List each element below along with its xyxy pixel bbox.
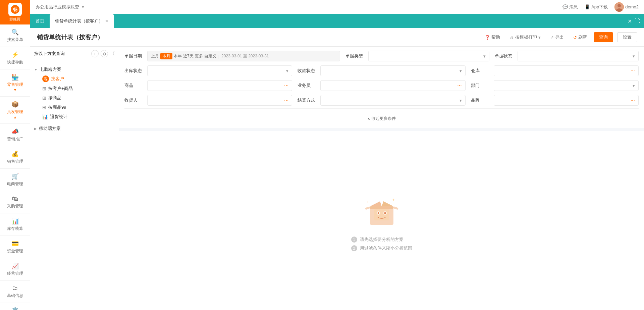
message-btn[interactable]: 💬 消息: [562, 4, 578, 10]
sidebar-item-purchase[interactable]: 🛍 采购管理: [0, 191, 30, 213]
staff-field[interactable]: ···: [320, 80, 465, 91]
filter-receiver: 收货人 ···: [124, 95, 292, 106]
tab-maximize-icon[interactable]: ⛶: [635, 18, 640, 24]
goods-field[interactable]: ···: [147, 80, 292, 91]
refresh-btn[interactable]: ↺ 刷新: [571, 33, 590, 42]
receiver-dots[interactable]: ···: [284, 97, 288, 103]
filter-dept: 部门 ▾: [471, 80, 639, 91]
date-shortcut-last-month[interactable]: 上月: [151, 53, 159, 59]
filter-warehouse: 仓库 ···: [471, 65, 639, 76]
sidebar-item-inventory[interactable]: 📊 库存核算: [0, 213, 30, 236]
sidebar-item-retail[interactable]: 🏪 零售管理 ▾: [0, 69, 30, 97]
tab-close-icon[interactable]: ✕: [105, 19, 108, 23]
filter-row-1: 单据日期 上月 本月 本年 近7天 更多 自定义 | 2023-03-01 至 …: [124, 51, 639, 61]
help-icon: ❓: [485, 35, 490, 40]
sidebar-item-basic[interactable]: 🗂 基础信息: [0, 281, 30, 303]
warehouse-field[interactable]: ···: [494, 65, 639, 76]
warehouse-dots[interactable]: ···: [631, 68, 635, 74]
svg-text:畅: 畅: [13, 7, 17, 12]
app-download-btn[interactable]: 📱 App下载: [585, 4, 608, 10]
tree-item-by-customer-goods[interactable]: ⊞ 按客户+商品: [38, 84, 119, 93]
tree-item-return-stat[interactable]: 📊 退货统计: [38, 112, 119, 121]
settings-button[interactable]: 设置: [617, 32, 637, 42]
date-shortcut-this-month[interactable]: 本月: [160, 53, 172, 59]
warehouse-label: 仓库: [471, 68, 491, 74]
basic-icon: 🗂: [12, 285, 18, 292]
retail-icon: 🏪: [11, 73, 19, 81]
help-btn[interactable]: ❓ 帮助: [482, 33, 503, 42]
scheme-edit-btn[interactable]: ⊙: [101, 50, 108, 57]
sidebar-item-system[interactable]: ⚙️ 系统管理: [0, 303, 30, 310]
tree-item-by-customer-label: 按客户: [51, 76, 64, 82]
sidebar-item-search[interactable]: 🔍 搜索菜单: [0, 24, 30, 47]
filter-goods: 商品 ···: [124, 80, 292, 91]
export-btn[interactable]: ↗ 导出: [547, 33, 567, 42]
filter-payment: 结算方式 ▾: [298, 95, 465, 106]
svg-rect-14: [365, 206, 370, 210]
date-divider: |: [218, 54, 219, 59]
sidebar-item-sales[interactable]: 💰 销售管理: [0, 146, 30, 169]
top-nav-right: 💬 消息 📱 App下载 demo2: [562, 2, 639, 12]
doc-status-field[interactable]: ▾: [518, 51, 639, 61]
retail-arrow: ▾: [14, 88, 16, 92]
sidebar-item-quick-nav[interactable]: ⚡ 快捷导航: [0, 47, 30, 69]
staff-dots[interactable]: ···: [457, 83, 462, 89]
tree-item-by-goods-99[interactable]: ⊞ 按商品99: [38, 103, 119, 112]
sidebar-item-operation[interactable]: 📈 经营管理: [0, 258, 30, 281]
date-shortcut-this-year[interactable]: 本年: [174, 53, 182, 59]
tree-group-desktop-header[interactable]: ▼ 电脑端方案: [30, 65, 119, 74]
page-title: 销货单统计表（按客户）: [37, 33, 103, 41]
date-shortcut-custom[interactable]: 自定义: [204, 53, 216, 59]
marketing-icon: 📣: [11, 128, 19, 135]
user-area[interactable]: demo2: [614, 2, 639, 12]
date-shortcut-more[interactable]: 更多: [195, 53, 203, 59]
main-area: 办公用品行业模拟账套 ▾ 💬 消息 📱 App下载 de: [30, 0, 644, 310]
page-header: 销货单统计表（按客户） ❓ 帮助 🖨 按模板打印 ▾ ↗ 导出 ↺ 刷新: [30, 28, 644, 47]
search-icon: 🔍: [11, 29, 19, 36]
empty-tips: 1 请先选择要分析的方案 2 用过滤条件来缩小分析范围: [351, 237, 412, 251]
query-button[interactable]: 查询: [594, 32, 613, 42]
sidebar-item-finance[interactable]: 💳 资金管理: [0, 236, 30, 258]
svg-rect-9: [374, 209, 389, 220]
collapse-more-btn[interactable]: ∧ 收起更多条件: [124, 113, 639, 124]
payment-field[interactable]: ▾: [320, 95, 465, 106]
brand-dots[interactable]: ···: [631, 97, 635, 103]
tab-close-window-icon[interactable]: ✕: [628, 18, 632, 24]
doc-type-field[interactable]: ▾: [368, 51, 489, 61]
mobile-group-arrow: ▶: [34, 127, 37, 131]
receiver-field[interactable]: ···: [147, 95, 292, 106]
goods-dots[interactable]: ···: [284, 83, 288, 89]
tree-group-mobile-header[interactable]: ▶ 移动端方案: [30, 124, 119, 133]
dept-arrow: ▾: [633, 83, 635, 88]
print-btn[interactable]: 🖨 按模板打印 ▾: [507, 33, 543, 42]
out-status-field[interactable]: ▾: [147, 65, 292, 76]
by-customer-icon: 客: [42, 75, 49, 82]
logo-button[interactable]: 畅 标账页: [0, 0, 30, 24]
breadcrumb: 办公用品行业模拟账套: [36, 4, 79, 10]
tab-sales-stat-label: 销货单统计表（按客户）: [55, 18, 103, 24]
sidebar-item-marketing-label: 营销推广: [7, 136, 23, 142]
message-label: 消息: [569, 4, 578, 10]
tree-item-by-customer[interactable]: 客 按客户: [38, 74, 119, 84]
scheme-collapse-btn[interactable]: 《: [110, 51, 115, 57]
doc-status-arrow: ▾: [633, 54, 635, 59]
receipt-status-label: 收款状态: [298, 68, 318, 74]
tab-home[interactable]: 首页: [30, 14, 50, 28]
empty-state: ✦ ✦ 1 请先选择要分析的方案 2 用过滤条件来缩小分析范围: [119, 131, 644, 310]
date-shortcut-7days[interactable]: 近7天: [183, 53, 194, 59]
tree-group-desktop: ▼ 电脑端方案 客 按客户 ⊞ 按客户+商品: [30, 64, 119, 123]
scheme-add-btn[interactable]: +: [91, 50, 99, 57]
date-field[interactable]: 上月 本月 本年 近7天 更多 自定义 | 2023-03-01 至 2023-…: [147, 51, 340, 61]
breadcrumb-dropdown[interactable]: ▾: [82, 4, 84, 9]
out-status-arrow: ▾: [286, 68, 288, 73]
sidebar-item-sales-label: 销售管理: [7, 159, 23, 164]
tab-sales-stat[interactable]: 销货单统计表（按客户） ✕: [50, 14, 114, 28]
dept-field[interactable]: ▾: [494, 80, 639, 91]
sidebar-item-ecom[interactable]: 🛒 电商管理: [0, 169, 30, 191]
receipt-status-field[interactable]: ▾: [320, 65, 465, 76]
scheme-panel-actions: + ⊙ 《: [91, 50, 115, 57]
sidebar-item-marketing[interactable]: 📣 营销推广: [0, 124, 30, 146]
brand-field[interactable]: ···: [494, 95, 639, 106]
sidebar-item-wholesale[interactable]: 📦 批发管理 ▴: [0, 97, 30, 124]
tree-item-by-goods[interactable]: ⊞ 按商品: [38, 93, 119, 103]
